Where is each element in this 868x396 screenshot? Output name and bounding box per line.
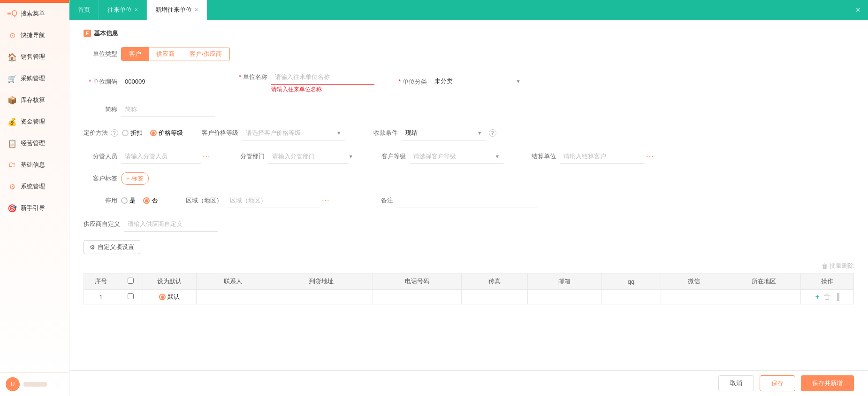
row-delete-btn[interactable]: 🗑 (823, 293, 831, 301)
address-input[interactable] (293, 294, 350, 301)
td-fax[interactable] (461, 290, 528, 304)
sidebar-item-search[interactable]: ≡Q 搜索菜单 (0, 3, 69, 24)
unit-code-name-row: 单位编码 单位名称 请输入往来单位名称 单位分类 未分类 ▼ (84, 70, 854, 93)
th-phone: 电话号码 (373, 273, 461, 290)
radio-price-level-circle (150, 130, 157, 136)
short-name-input[interactable] (121, 102, 215, 117)
settlement-unit-input[interactable] (560, 149, 644, 164)
add-tag-btn[interactable]: + 标签 (121, 172, 149, 185)
bulk-delete-btn[interactable]: 🗑 批量删除 (84, 262, 854, 270)
radio-yes-label: 是 (129, 196, 136, 205)
radio-default[interactable]: 默认 (148, 293, 191, 301)
radio-no[interactable]: 否 (143, 196, 158, 205)
chevron-down-icon5: ▼ (495, 154, 500, 159)
unit-name-input[interactable] (271, 70, 374, 85)
select-all-checkbox[interactable] (128, 278, 134, 284)
short-name-row: 简称 (84, 102, 854, 117)
cancel-button[interactable]: 取消 (718, 375, 754, 391)
save-button[interactable]: 保存 (760, 375, 795, 391)
radio-default-label: 默认 (168, 293, 180, 301)
disabled-region-row: 停用 是 否 区域（地区） ··· (84, 193, 854, 208)
chevron-down-icon4: ▼ (348, 154, 353, 159)
settlement-more-icon[interactable]: ··· (644, 152, 655, 161)
tab-new-contact-close[interactable]: × (195, 7, 198, 13)
settlement-unit-label: 结算单位 (522, 152, 560, 161)
th-wechat: 微信 (661, 273, 727, 290)
radio-no-circle (143, 197, 150, 204)
sidebar-item-label: 搜索菜单 (21, 9, 45, 18)
payment-help-icon[interactable]: ? (489, 129, 496, 137)
tab-new-contact[interactable]: 新增往来单位 × (147, 0, 207, 20)
email-input[interactable] (546, 294, 583, 301)
region-row-input[interactable] (745, 294, 783, 301)
sidebar-item-finance[interactable]: 💰 资金管理 (0, 111, 69, 132)
region-label: 区域（地区） (186, 196, 226, 205)
tab-contacts-close[interactable]: × (135, 7, 138, 13)
phone-input[interactable] (394, 294, 441, 301)
radio-price-level[interactable]: 价格等级 (150, 129, 183, 137)
unit-code-input[interactable] (121, 74, 215, 89)
sidebar-item-inventory[interactable]: 📦 库存核算 (0, 89, 69, 111)
type-btn-both[interactable]: 客户/供应商 (182, 47, 229, 61)
contact-input[interactable] (214, 294, 252, 301)
custom-settings-btn[interactable]: ⚙ 自定义项设置 (84, 240, 140, 254)
manager-input[interactable] (121, 149, 201, 164)
qq-input[interactable] (617, 294, 645, 301)
tab-home[interactable]: 首页 (69, 0, 99, 20)
sidebar-item-system[interactable]: ⚙ 系统管理 (0, 176, 69, 197)
cart-icon: 🛒 (8, 74, 17, 83)
td-qq[interactable] (602, 290, 661, 304)
sidebar-item-operations[interactable]: 📋 经营管理 (0, 132, 69, 154)
td-email[interactable] (528, 290, 602, 304)
unit-name-label: 单位名称 (234, 73, 271, 81)
td-address[interactable] (270, 290, 373, 304)
delete-icon: 🗑 (822, 263, 828, 270)
gear-icon2: ⚙ (90, 244, 95, 251)
th-checkbox (118, 273, 143, 290)
row-checkbox[interactable] (128, 293, 134, 299)
wechat-input[interactable] (678, 294, 710, 301)
td-wechat[interactable] (661, 290, 727, 304)
sidebar-item-quicknav[interactable]: ⊙ 快捷导航 (0, 24, 69, 46)
user-info-bar (23, 382, 47, 387)
custom-settings-section: ⚙ 自定义项设置 (84, 240, 854, 254)
tab-bar: 首页 往来单位 × 新增往来单位 × × (69, 0, 868, 20)
sidebar-item-label: 新手引导 (21, 204, 45, 212)
sidebar-item-basic[interactable]: 🗂 基础信息 (0, 154, 69, 176)
sidebar-item-sales[interactable]: 🏠 销售管理 (0, 46, 69, 68)
manager-label: 分管人员 (84, 152, 121, 161)
customer-price-level-select[interactable]: 请选择客户价格等级 ▼ (242, 125, 345, 140)
type-btn-customer[interactable]: 客户 (122, 47, 149, 61)
region-input[interactable] (226, 193, 320, 208)
region-more-icon[interactable]: ··· (320, 196, 331, 205)
payment-terms-select[interactable]: 现结 ▼ (402, 125, 486, 140)
save-new-button[interactable]: 保存并新增 (801, 375, 854, 391)
department-label: 分管部门 (231, 152, 268, 161)
radio-yes[interactable]: 是 (121, 196, 136, 205)
td-contact[interactable] (196, 290, 270, 304)
sidebar-item-newguide[interactable]: 🎯 新手引导 (0, 197, 69, 219)
unit-category-select[interactable]: 未分类 ▼ (431, 74, 525, 89)
sidebar-item-purchase[interactable]: 🛒 采购管理 (0, 68, 69, 89)
th-email: 邮箱 (528, 273, 602, 290)
td-region[interactable] (727, 290, 801, 304)
row-add-btn[interactable]: + (815, 293, 820, 301)
manager-more-icon[interactable]: ··· (201, 152, 212, 161)
td-phone[interactable] (373, 290, 461, 304)
pricing-help-icon[interactable]: ? (111, 129, 118, 137)
remark-input[interactable] (397, 193, 538, 208)
fax-input[interactable] (478, 294, 511, 301)
supplier-custom-input[interactable] (124, 217, 218, 232)
type-btn-supplier[interactable]: 供应商 (149, 47, 182, 61)
radio-no-label: 否 (152, 196, 158, 205)
customer-level-select[interactable]: 请选择客户等级 ▼ (410, 149, 503, 164)
radio-discount[interactable]: 折扣 (122, 129, 143, 137)
department-input[interactable] (268, 149, 348, 164)
td-default: 默认 (143, 290, 197, 304)
th-index: 序号 (84, 273, 118, 290)
tab-contacts[interactable]: 往来单位 × (99, 0, 147, 20)
radio-price-level-label: 价格等级 (159, 129, 183, 137)
scroll-handle[interactable]: ▐ (835, 293, 839, 301)
department-select[interactable]: ▼ (348, 149, 353, 164)
window-close-btn[interactable]: × (848, 0, 868, 20)
